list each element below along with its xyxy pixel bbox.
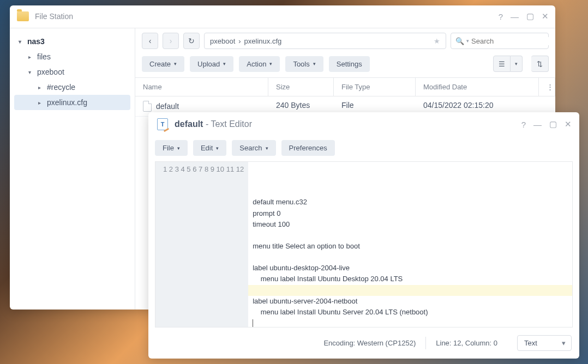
editor-title-suffix: - Text Editor <box>203 119 252 129</box>
editor-toolbar: File▾ Edit▾ Search▾ Preferences <box>148 137 579 161</box>
settings-button[interactable]: Settings <box>329 56 370 72</box>
tree-item-files[interactable]: ▸files <box>14 49 130 64</box>
text-editor-titlebar[interactable]: T default - Text Editor ? — ▢ ✕ <box>148 112 579 137</box>
maximize-icon[interactable]: ▢ <box>549 119 557 129</box>
sidebar: ▾nas3 ▸files ▾pxeboot ▸#recycle ▸pxelinu… <box>10 28 135 310</box>
file-icon <box>143 101 152 112</box>
file-menu[interactable]: File▾ <box>155 140 188 156</box>
col-menu-icon[interactable]: ⋮ <box>539 78 555 96</box>
sort-button[interactable]: ⇅ <box>531 56 549 72</box>
file-station-titlebar[interactable]: File Station ? — ▢ ✕ <box>10 5 555 28</box>
col-header-type[interactable]: File Type <box>334 78 416 96</box>
tree-root[interactable]: ▾nas3 <box>14 34 130 49</box>
help-icon[interactable]: ? <box>521 120 526 129</box>
code-area[interactable]: default menu.c32 prompt 0 timeout 100 me… <box>248 162 572 327</box>
col-header-name[interactable]: Name <box>135 78 268 96</box>
minimize-icon[interactable]: — <box>533 120 542 129</box>
list-view-button[interactable]: ☰ <box>493 56 511 72</box>
action-button[interactable]: Action▾ <box>239 56 280 72</box>
upload-button[interactable]: Upload▾ <box>190 56 233 72</box>
nav-toolbar: ‹ › ↻ pxeboot › pxelinux.cfg ★ 🔍▾ <box>135 28 555 53</box>
syntax-select[interactable]: Text <box>517 335 572 351</box>
action-toolbar: Create▾ Upload▾ Action▾ Tools▾ Settings … <box>135 53 555 77</box>
tree-item-pxeboot[interactable]: ▾pxeboot <box>14 64 130 80</box>
folder-icon <box>16 10 29 23</box>
view-dropdown[interactable]: ▾ <box>511 56 523 72</box>
maximize-icon[interactable]: ▢ <box>526 11 534 21</box>
search-box[interactable]: 🔍▾ <box>451 33 549 49</box>
back-button[interactable]: ‹ <box>142 33 158 49</box>
breadcrumb-part[interactable]: pxelinux.cfg <box>244 37 282 45</box>
editor-icon: T <box>156 118 169 131</box>
tools-button[interactable]: Tools▾ <box>285 56 323 72</box>
tree-item-pxelinux-cfg[interactable]: ▸pxelinux.cfg <box>14 95 130 110</box>
search-menu[interactable]: Search▾ <box>232 140 275 156</box>
search-input[interactable] <box>471 37 555 45</box>
line-gutter: 1 2 3 4 5 6 7 8 9 10 11 12 <box>155 162 248 327</box>
window-title: File Station <box>35 12 493 21</box>
editor-body[interactable]: 1 2 3 4 5 6 7 8 9 10 11 12 default menu.… <box>155 161 573 327</box>
breadcrumb-part[interactable]: pxeboot <box>210 37 235 45</box>
search-icon: 🔍 <box>455 37 464 45</box>
tree-item-recycle[interactable]: ▸#recycle <box>14 80 130 95</box>
create-button[interactable]: Create▾ <box>142 56 184 72</box>
close-icon[interactable]: ✕ <box>542 11 549 21</box>
position-label: Line: 12, Column: 0 <box>425 337 507 349</box>
close-icon[interactable]: ✕ <box>565 119 572 129</box>
edit-menu[interactable]: Edit▾ <box>193 140 226 156</box>
col-header-size[interactable]: Size <box>268 78 334 96</box>
forward-button[interactable]: › <box>163 33 179 49</box>
help-icon[interactable]: ? <box>499 12 503 21</box>
encoding-label: Encoding: Western (CP1252) <box>314 337 425 349</box>
editor-filename: default <box>175 119 203 129</box>
chevron-down-icon[interactable]: ▾ <box>466 38 469 44</box>
star-icon[interactable]: ★ <box>434 37 440 45</box>
preferences-button[interactable]: Preferences <box>281 140 335 156</box>
breadcrumb[interactable]: pxeboot › pxelinux.cfg ★ <box>204 33 446 49</box>
minimize-icon[interactable]: — <box>511 12 519 21</box>
status-bar: Encoding: Western (CP1252) Line: 12, Col… <box>148 327 579 359</box>
col-header-date[interactable]: Modified Date <box>416 78 539 96</box>
refresh-button[interactable]: ↻ <box>183 33 200 49</box>
text-editor-window: T default - Text Editor ? — ▢ ✕ File▾ Ed… <box>148 112 579 359</box>
